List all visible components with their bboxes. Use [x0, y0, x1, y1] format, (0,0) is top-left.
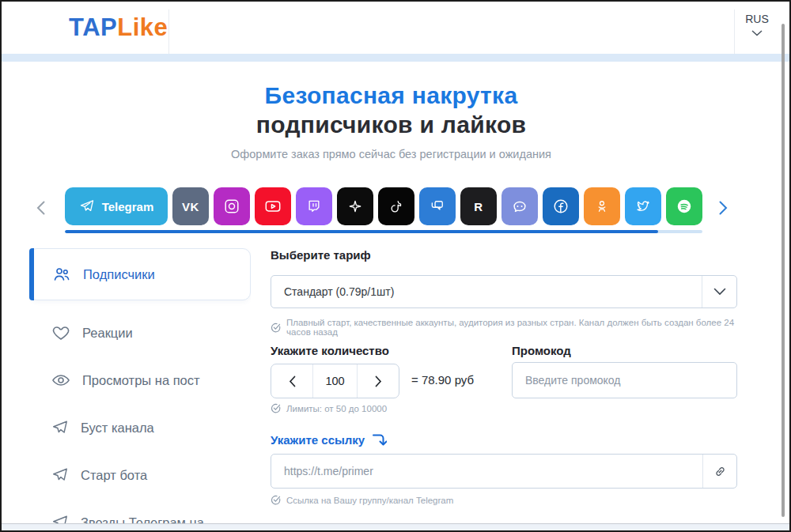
- eye-icon-wrap: [51, 371, 70, 390]
- carousel-next-button[interactable]: [716, 198, 731, 221]
- discord-icon: [511, 198, 528, 215]
- paper-plane-icon: [51, 419, 69, 436]
- heart-icon-wrap: [51, 323, 70, 342]
- quantity-decrease-button[interactable]: [271, 364, 312, 398]
- social-tiktok-button[interactable]: [378, 187, 414, 225]
- carousel-prev-button[interactable]: [33, 198, 48, 221]
- social-discord-button[interactable]: [501, 187, 538, 225]
- check-circle-icon: [271, 495, 281, 505]
- tariff-select[interactable]: Стандарт (0.79р/1шт): [271, 275, 737, 308]
- social-carousel-track: TelegramVKR: [65, 187, 702, 225]
- social-twitter-button[interactable]: [625, 187, 661, 225]
- promo-label: Промокод: [512, 344, 571, 357]
- carousel-progress-track[interactable]: [65, 230, 702, 233]
- social-youtube-button[interactable]: [255, 187, 291, 225]
- rutube-icon: R: [474, 200, 483, 213]
- sidebar-item[interactable]: Подписчики: [29, 248, 251, 300]
- sidebar-item[interactable]: Старт бота: [29, 460, 251, 490]
- sidebar-item[interactable]: Реакции: [29, 318, 251, 348]
- social-spotify-button[interactable]: [666, 187, 702, 225]
- link-hint: Ссылка на Вашу группу/канал Telegram: [271, 495, 453, 505]
- page: TAPLike RUS Безопасная накрутка подписчи…: [0, 0, 791, 532]
- sidebar-item-label: Звезды Телеграм на: [81, 515, 204, 524]
- social-facebook-button[interactable]: [543, 187, 579, 225]
- header-divider: [168, 9, 169, 54]
- page-title-line1: Безопасная накрутка: [265, 82, 518, 108]
- social-vk-button[interactable]: VK: [172, 187, 209, 225]
- logo-text-tap: TAP: [69, 13, 117, 42]
- sidebar-item-label: Просмотры на пост: [82, 373, 200, 388]
- people-icon: [52, 265, 71, 284]
- link-label[interactable]: Укажите ссылку: [271, 433, 387, 447]
- promo-input[interactable]: [512, 362, 737, 398]
- social-odnoklassniki-button[interactable]: [584, 187, 620, 225]
- arrow-curve-down-icon: [373, 433, 387, 447]
- sidebar-item[interactable]: Буст канала: [29, 413, 251, 443]
- youtube-icon: [264, 198, 282, 215]
- quantity-input[interactable]: [312, 364, 358, 398]
- link-icon: [713, 465, 727, 478]
- social-chat-button[interactable]: [419, 187, 456, 225]
- hero-section: Безопасная накрутка подписчиков и лайков…: [2, 81, 781, 160]
- social-twitch-button[interactable]: [296, 187, 332, 225]
- social-rutube-button[interactable]: R: [460, 187, 497, 225]
- sidebar-item-label: Подписчики: [83, 267, 155, 282]
- telegram-icon: [79, 198, 95, 214]
- top-bar: TAPLike RUS: [2, 2, 789, 54]
- sidebar-item[interactable]: Просмотры на пост: [29, 365, 251, 395]
- spotify-icon: [676, 198, 693, 215]
- tariff-hint: Плавный старт, качественные аккаунты, ау…: [271, 318, 737, 337]
- bottom-strip: [2, 523, 789, 530]
- tariff-selected-value: Стандарт (0.79р/1шт): [284, 285, 394, 298]
- chevron-left-icon: [36, 201, 45, 215]
- sidebar-item-label: Старт бота: [81, 468, 147, 483]
- chevron-down-icon: [751, 30, 763, 36]
- social-sparkle-button[interactable]: [337, 187, 373, 225]
- chevron-down-icon: [713, 288, 726, 296]
- chevron-right-icon: [375, 375, 382, 387]
- sidebar-item-label: Реакции: [82, 326, 133, 341]
- twitter-icon: [635, 198, 651, 214]
- paper-plane-icon: [51, 466, 69, 484]
- logo-text-like: Like: [117, 13, 168, 42]
- carousel-progress-fill: [65, 230, 658, 233]
- service-sidebar: ПодписчикиРеакцииПросмотры на постБуст к…: [29, 248, 251, 523]
- link-paste-button[interactable]: [702, 455, 737, 488]
- tiktok-icon: [388, 198, 404, 214]
- sparkle-icon: [347, 198, 363, 214]
- twitch-icon: [306, 198, 322, 214]
- paper-plane-icon: [51, 514, 69, 523]
- quantity-increase-button[interactable]: [358, 364, 399, 398]
- facebook-icon: [552, 198, 570, 215]
- quantity-hint: Лимиты: от 50 до 10000: [271, 403, 387, 413]
- vk-icon: VK: [182, 200, 199, 213]
- quantity-stepper: [271, 364, 399, 398]
- sidebar-item-label: Буст канала: [81, 421, 154, 436]
- chevron-left-icon: [289, 375, 296, 387]
- header-accent-strip: [2, 54, 789, 62]
- check-circle-icon: [271, 323, 281, 333]
- language-selector[interactable]: RUS: [739, 13, 775, 36]
- price-total: = 78.90 руб: [411, 373, 474, 387]
- sidebar-item[interactable]: Звезды Телеграм на: [29, 507, 251, 523]
- header-divider: [734, 9, 735, 54]
- social-telegram-button[interactable]: Telegram: [65, 187, 168, 225]
- page-title-line2: подписчиков и лайков: [256, 111, 527, 138]
- active-indicator: [29, 248, 34, 300]
- instagram-icon: [223, 198, 240, 215]
- language-label: RUS: [745, 13, 769, 25]
- chat-bubbles-icon: [430, 198, 445, 214]
- social-instagram-button[interactable]: [214, 187, 250, 225]
- people-icon-wrap: [52, 265, 71, 284]
- page-subtitle: Оформите заказ прямо сейчас без регистра…: [2, 148, 781, 160]
- paper-plane-icon-wrap: [51, 514, 69, 523]
- tariff-label: Выберите тариф: [271, 248, 371, 262]
- link-field-wrapper: [271, 454, 737, 489]
- scrollbar[interactable]: [782, 24, 785, 517]
- check-circle-icon: [271, 403, 281, 413]
- page-title: Безопасная накрутка подписчиков и лайков: [2, 81, 781, 139]
- logo[interactable]: TAPLike: [69, 2, 168, 54]
- eye-icon: [51, 371, 70, 390]
- link-input[interactable]: [271, 454, 737, 489]
- paper-plane-icon-wrap: [51, 466, 69, 484]
